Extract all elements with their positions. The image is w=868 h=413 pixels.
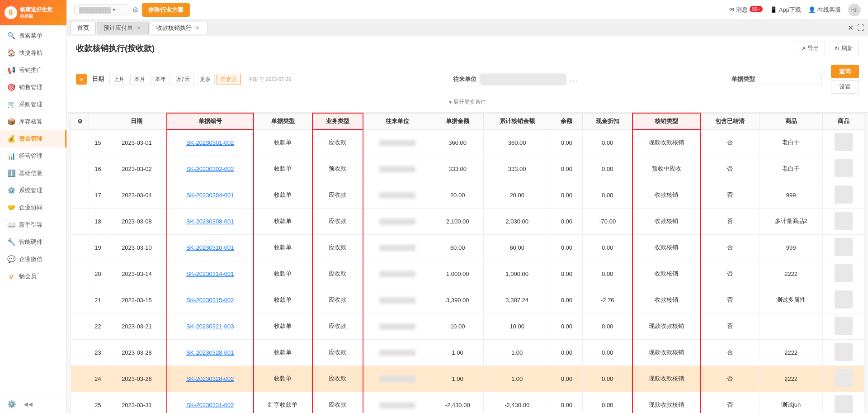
- table-row[interactable]: 17 2023-03-04 SK-20230304-001 收款单 应收款 20…: [71, 182, 864, 208]
- expand-conditions[interactable]: ▾ 展开更多条件: [76, 96, 859, 108]
- refresh-icon: ↻: [835, 45, 840, 52]
- col-date-cell: 2023-03-02: [107, 156, 167, 182]
- refresh-button[interactable]: ↻ 刷新: [829, 42, 859, 55]
- col-partner-cell: [363, 129, 432, 156]
- bill-no-link[interactable]: SK-20230310-001: [186, 244, 234, 251]
- settings-icon[interactable]: ⚙️: [7, 400, 16, 408]
- tab-prepay[interactable]: 预计应付单 ✕: [97, 22, 149, 34]
- col-bill-no-cell[interactable]: SK-20230314-001: [167, 261, 254, 287]
- col-bill-no-cell[interactable]: SK-20230301-002: [167, 129, 254, 156]
- tab-prepay-close[interactable]: ✕: [136, 24, 142, 32]
- date-this-month-btn[interactable]: 本月: [130, 74, 149, 85]
- col-bill-amount-cell: 20.00: [432, 182, 483, 208]
- search-nav-icon: 🔍: [7, 32, 15, 40]
- table-area[interactable]: ⚙ 日期 单据编号 单据类型 业务类型 往来单位 单据金额 累计核销金额 余额 …: [67, 113, 868, 413]
- table-row[interactable]: 25 2023-03-31 SK-20230331-002 红字收款单 应收款 …: [71, 392, 864, 413]
- date-last-month-btn[interactable]: 上月: [109, 74, 128, 85]
- bill-no-link[interactable]: SK-20230328-001: [186, 349, 234, 356]
- sidebar-item-member[interactable]: V 畅会员: [0, 268, 66, 285]
- tab-close-all-btn[interactable]: ✕: [848, 24, 854, 32]
- col-balance-cell: 0.00: [551, 182, 583, 208]
- export-button[interactable]: ↗ 导出: [795, 42, 825, 55]
- receipt-type-select[interactable]: [759, 74, 822, 85]
- sidebar-item-system[interactable]: ⚙️ 系统管理: [0, 182, 66, 199]
- sidebar-item-search[interactable]: 🔍 搜索菜单: [0, 27, 66, 44]
- table-row[interactable]: 22 2023-03-21 SK-20230321-003 收款单 应收款 10…: [71, 313, 864, 339]
- sidebar-item-enterprise[interactable]: 🤝 企业协同: [0, 199, 66, 216]
- bill-no-link[interactable]: SK-20230321-003: [186, 323, 234, 330]
- sidebar-item-purchase[interactable]: 🛒 采购管理: [0, 96, 66, 113]
- bill-no-link[interactable]: SK-20230315-002: [186, 297, 234, 304]
- col-bill-no-cell[interactable]: SK-20230328-001: [167, 339, 254, 366]
- bill-no-link[interactable]: SK-20230328-002: [186, 375, 234, 382]
- col-bill-no-cell[interactable]: SK-20230315-002: [167, 287, 254, 313]
- partner-input[interactable]: [480, 74, 566, 85]
- messages-item[interactable]: ✉ 消息 99+: [729, 6, 763, 14]
- col-cash-discount-cell: 0.00: [583, 129, 632, 156]
- col-bill-no-cell[interactable]: SK-20230328-002: [167, 366, 254, 392]
- filter-settings-button[interactable]: 设置: [831, 80, 859, 94]
- table-row[interactable]: 15 2023-03-01 SK-20230301-002 收款单 应收款 36…: [71, 129, 864, 156]
- bill-no-link[interactable]: SK-20230302-002: [186, 166, 234, 172]
- purchase-icon: 🛒: [7, 100, 15, 109]
- dropdown-arrow: ▾: [113, 6, 116, 13]
- col-bill-no-cell[interactable]: SK-20230302-002: [167, 156, 254, 182]
- table-row[interactable]: 21 2023-03-15 SK-20230315-002 收款单 应收款 3,…: [71, 287, 864, 313]
- table-row[interactable]: 23 2023-03-28 SK-20230328-001 收款单 应收款 1.…: [71, 339, 864, 366]
- sidebar-item-basic[interactable]: ℹ️ 基础信息: [0, 165, 66, 182]
- date-7days-btn[interactable]: 近7天: [172, 74, 194, 85]
- bill-no-link[interactable]: SK-20230331-002: [186, 402, 234, 408]
- tab-expand-btn[interactable]: ⛶: [857, 24, 864, 32]
- col-bill-no-cell[interactable]: SK-20230308-001: [167, 208, 254, 234]
- tab-collection[interactable]: 收款核销执行 ✕: [150, 22, 208, 34]
- col-include-settled-cell: 否: [701, 261, 760, 287]
- sidebar-item-shortcut[interactable]: 🏠 快捷导航: [0, 44, 66, 62]
- sidebar-item-sales[interactable]: 🎯 销售管理: [0, 79, 66, 96]
- col-bill-no-cell[interactable]: SK-20230310-001: [167, 234, 254, 261]
- filter-toggle-button[interactable]: »: [76, 74, 87, 85]
- col-cancel-type-cell: 收款核销: [632, 208, 700, 234]
- col-bill-no-cell[interactable]: SK-20230321-003: [167, 313, 254, 339]
- header-gear-icon[interactable]: ⚙: [132, 5, 138, 14]
- sidebar-item-marketing[interactable]: 📢 营销推广: [0, 62, 66, 79]
- online-support-item[interactable]: 👤 在线客服: [808, 6, 841, 14]
- table-row[interactable]: 18 2023-03-08 SK-20230308-001 收款单 应收款 2,…: [71, 208, 864, 234]
- col-bill-no-cell[interactable]: SK-20230331-002: [167, 392, 254, 413]
- date-custom-btn[interactable]: 自定义: [217, 74, 241, 85]
- col-bill-no-cell[interactable]: SK-20230304-001: [167, 182, 254, 208]
- workspace-dropdown[interactable]: ▓▓▓▓▓▓▓▓ ▾: [74, 4, 128, 15]
- col-bill-amount-header: 单据金额: [432, 113, 483, 129]
- bill-no-link[interactable]: SK-20230304-001: [186, 192, 234, 199]
- user-avatar[interactable]: Rit: [848, 4, 861, 16]
- query-button[interactable]: 查询: [831, 65, 859, 78]
- sidebar-item-finance[interactable]: 💰 资金管理: [0, 130, 66, 147]
- table-row[interactable]: 19 2023-03-10 SK-20230310-001 收款单 应收款 60…: [71, 234, 864, 261]
- industry-btn[interactable]: 体验行业方案: [142, 3, 190, 17]
- app-download-item[interactable]: 📱 App下载: [770, 6, 801, 14]
- sales-icon: 🎯: [7, 83, 15, 91]
- sidebar-item-inventory[interactable]: 📦 库存核算: [0, 113, 66, 130]
- tab-home[interactable]: 首页: [71, 22, 96, 34]
- col-settings-header[interactable]: ⚙: [71, 113, 89, 129]
- col-goods-cell: 999: [760, 234, 823, 261]
- sidebar-item-guide[interactable]: 📖 新手引导: [0, 216, 66, 233]
- date-more-btn[interactable]: 更多: [196, 74, 215, 85]
- tab-collection-close[interactable]: ✕: [194, 24, 201, 32]
- sidebar-item-hardware[interactable]: 🔧 智能硬件: [0, 233, 66, 251]
- col-bill-type-cell: 收款单: [254, 234, 313, 261]
- col-biz-type-cell: 应收款: [312, 129, 363, 156]
- sidebar-item-wechat[interactable]: 💬 企业微信: [0, 251, 66, 268]
- sidebar-item-operations[interactable]: 📊 经营管理: [0, 147, 66, 165]
- bill-no-link[interactable]: SK-20230314-001: [186, 271, 234, 277]
- collapse-icon[interactable]: ◀◀: [24, 401, 33, 408]
- table-row[interactable]: 16 2023-03-02 SK-20230302-002 收款单 预收款 33…: [71, 156, 864, 182]
- date-this-year-btn[interactable]: 本年: [151, 74, 170, 85]
- bill-no-link[interactable]: SK-20230301-002: [186, 139, 234, 146]
- filter-dots: ...: [570, 75, 578, 83]
- tab-collection-label: 收款核销执行: [156, 24, 192, 32]
- table-row[interactable]: 20 2023-03-14 SK-20230314-001 收款单 应收款 1,…: [71, 261, 864, 287]
- expand-label: 展开更多条件: [453, 98, 486, 106]
- table-row[interactable]: 24 2023-03-28 SK-20230328-002 收款单 应收款 1.…: [71, 366, 864, 392]
- sidebar-item-label: 快捷导航: [19, 49, 42, 57]
- bill-no-link[interactable]: SK-20230308-001: [186, 218, 234, 225]
